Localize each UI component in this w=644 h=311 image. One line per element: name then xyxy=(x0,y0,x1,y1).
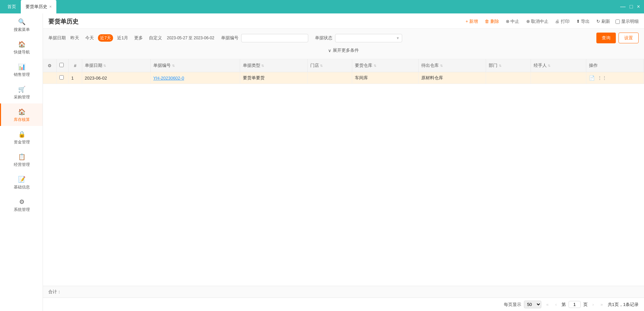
status-select[interactable] xyxy=(335,34,402,42)
col-settings[interactable]: ⚙ xyxy=(43,59,56,72)
bill-no-link[interactable]: YH-20230602-0 xyxy=(153,76,184,81)
cancel-stop-button[interactable]: ⊗ 取消中止 xyxy=(525,18,550,25)
tab-history[interactable]: 要货单历史 × xyxy=(21,0,56,13)
col-date[interactable]: 单据日期 ⇅ xyxy=(82,59,151,72)
tab-close-icon[interactable]: × xyxy=(49,4,52,9)
refresh-button[interactable]: ↻ 刷新 xyxy=(595,18,611,25)
sidebar-item-inventory[interactable]: 🏠 库存核算 xyxy=(0,103,43,126)
top-bar: 首页 要货单历史 × — □ × xyxy=(0,0,644,13)
sidebar-item-shortcut[interactable]: 🏠 快捷导航 xyxy=(0,36,43,58)
show-detail-button[interactable]: 显示明细 xyxy=(615,18,639,25)
filter-status: 单据状态 xyxy=(315,34,402,42)
row-num: 1 xyxy=(68,72,82,84)
home-icon: 🏠 xyxy=(18,41,25,48)
sidebar-item-sales[interactable]: 📊 销售管理 xyxy=(0,58,43,81)
sidebar-item-label: 资金管理 xyxy=(14,139,30,145)
sidebar-item-label: 系统管理 xyxy=(14,207,30,213)
date-btn-yesterday[interactable]: 昨天 xyxy=(68,34,81,42)
show-detail-checkbox[interactable] xyxy=(615,19,620,24)
col-store[interactable]: 门店 ⇅ xyxy=(307,59,352,72)
page-num-input[interactable] xyxy=(569,301,581,308)
sort-to-warehouse-icon: ⇅ xyxy=(440,64,443,68)
data-table: ⚙ # 单据日期 ⇅ 单据编号 ⇅ 单据类型 ⇅ 门店 ⇅ 要货仓库 ⇅ 待出仓… xyxy=(43,59,644,84)
date-buttons: 昨天 今天 近7天 近1月 更多 自定义 xyxy=(68,34,164,42)
row-bill-no[interactable]: YH-20230602-0 xyxy=(151,72,240,84)
date-btn-7days[interactable]: 近7天 xyxy=(98,34,113,42)
row-warehouse: 车间库 xyxy=(352,72,419,84)
sidebar-item-basic[interactable]: 📝 基础信息 xyxy=(0,171,43,193)
col-bill-no[interactable]: 单据编号 ⇅ xyxy=(151,59,240,72)
table-body: 1 2023-06-02 YH-20230602-0 要货单要货 车间库 原材料… xyxy=(43,72,644,84)
toolbar: + 新增 🗑 删除 ⊗ 中止 ⊗ 取消中止 🖨 打印 ⬆ 导出 ↻ 刷新 显示明… xyxy=(464,18,639,25)
col-handler-label: 经手人 xyxy=(534,63,547,68)
col-handler[interactable]: 经手人 ⇅ xyxy=(531,59,586,72)
sidebar-item-purchase[interactable]: 🛒 采购管理 xyxy=(0,81,43,103)
sidebar-item-label: 搜索菜单 xyxy=(14,27,30,33)
export-button[interactable]: ⬆ 导出 xyxy=(575,18,591,25)
page-size-select[interactable]: 50 100 xyxy=(524,301,541,308)
col-warehouse[interactable]: 要货仓库 ⇅ xyxy=(352,59,419,72)
row-date: 2023-06-02 xyxy=(82,72,151,84)
table-header-row: ⚙ # 单据日期 ⇅ 单据编号 ⇅ 单据类型 ⇅ 门店 ⇅ 要货仓库 ⇅ 待出仓… xyxy=(43,59,644,72)
first-page-btn[interactable]: « xyxy=(544,301,550,308)
sort-warehouse-icon: ⇅ xyxy=(374,64,376,68)
new-button[interactable]: + 新增 xyxy=(464,18,479,25)
print-button[interactable]: 🖨 打印 xyxy=(554,18,571,25)
date-btn-more[interactable]: 更多 xyxy=(132,34,145,42)
sidebar: 🔍 搜索菜单 🏠 快捷导航 📊 销售管理 🛒 采购管理 🏠 库存核算 🔒 资金管… xyxy=(0,13,43,311)
row-checkbox[interactable] xyxy=(59,75,64,80)
next-page-btn[interactable]: › xyxy=(590,301,596,308)
jump-label: 第 xyxy=(561,302,566,308)
date-btn-today[interactable]: 今天 xyxy=(83,34,96,42)
maximize-icon[interactable]: □ xyxy=(630,4,633,10)
delete-button[interactable]: 🗑 删除 xyxy=(483,18,500,25)
row-store xyxy=(307,72,352,84)
date-btn-1month[interactable]: 近1月 xyxy=(115,34,130,42)
close-icon[interactable]: × xyxy=(637,4,640,10)
main-content: 要货单历史 + 新增 🗑 删除 ⊗ 中止 ⊗ 取消中止 🖨 打印 ⬆ 导出 ↻ … xyxy=(43,13,644,311)
sidebar-item-operation[interactable]: 📋 经营管理 xyxy=(0,148,43,171)
minimize-icon[interactable]: — xyxy=(620,4,626,10)
col-department[interactable]: 部门 ⇅ xyxy=(486,59,531,72)
sort-date-icon: ⇅ xyxy=(103,64,106,68)
note-icon: 📝 xyxy=(18,176,25,183)
more-icon[interactable]: ⋮⋮ xyxy=(597,75,607,81)
total-info: 共1页，1条记录 xyxy=(608,302,639,308)
expand-more-icon: ∨ xyxy=(328,48,331,53)
row-action: 📄 ⋮⋮ xyxy=(586,72,644,84)
select-all-checkbox[interactable] xyxy=(59,63,64,67)
show-detail-label: 显示明细 xyxy=(621,18,639,25)
sidebar-item-label: 基础信息 xyxy=(14,184,30,190)
chart-icon: 📊 xyxy=(18,63,25,71)
date-filter-label: 单据日期 xyxy=(48,35,66,41)
query-button[interactable]: 查询 xyxy=(596,33,616,43)
filter-date: 单据日期 昨天 今天 近7天 近1月 更多 自定义 2023-05-27 至 2… xyxy=(48,34,214,42)
sidebar-item-label: 经营管理 xyxy=(14,162,30,168)
sidebar-item-system[interactable]: ⚙ 系统管理 xyxy=(0,193,43,216)
tab-home[interactable]: 首页 xyxy=(3,0,21,13)
sort-type-icon: ⇅ xyxy=(261,64,264,68)
col-to-warehouse[interactable]: 待出仓库 ⇅ xyxy=(418,59,486,72)
sidebar-item-label: 库存核算 xyxy=(14,117,30,123)
stop-button[interactable]: ⊗ 中止 xyxy=(504,18,521,25)
filter-bill-no: 单据编号 xyxy=(221,34,308,42)
table-row: 1 2023-06-02 YH-20230602-0 要货单要货 车间库 原材料… xyxy=(43,72,644,84)
date-btn-custom[interactable]: 自定义 xyxy=(147,34,164,42)
col-bill-type[interactable]: 单据类型 ⇅ xyxy=(240,59,307,72)
col-check xyxy=(56,59,68,72)
sidebar-item-finance[interactable]: 🔒 资金管理 xyxy=(0,126,43,148)
col-num: # xyxy=(68,59,82,72)
expand-more-button[interactable]: ∨ 展开更多条件 xyxy=(48,46,639,55)
clipboard-icon: 📋 xyxy=(18,153,25,161)
last-page-btn[interactable]: » xyxy=(598,301,605,308)
prev-page-btn[interactable]: ‹ xyxy=(553,301,559,308)
sort-handler-icon: ⇅ xyxy=(548,64,550,68)
expand-more-label: 展开更多条件 xyxy=(333,47,359,53)
sidebar-item-search[interactable]: 🔍 搜索菜单 xyxy=(0,13,43,36)
bill-no-input[interactable] xyxy=(241,34,308,42)
settings-button[interactable]: 设置 xyxy=(619,33,639,43)
sort-bill-no-icon: ⇅ xyxy=(172,64,175,68)
edit-icon[interactable]: 📄 xyxy=(589,75,595,81)
pagination: 每页显示 50 100 « ‹ 第 页 › » 共1页，1条记录 xyxy=(43,298,644,311)
col-store-label: 门店 xyxy=(310,63,319,68)
